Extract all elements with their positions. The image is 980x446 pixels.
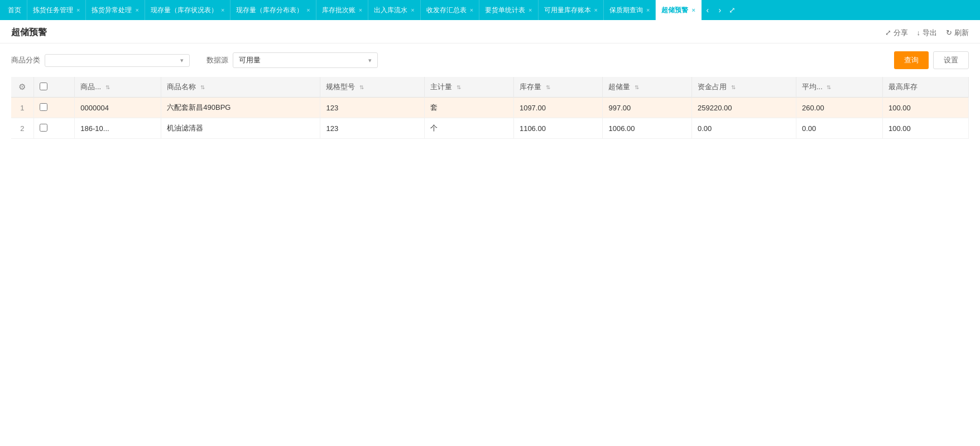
datasource-label: 数据源 — [206, 55, 228, 65]
nav-tab-summary[interactable]: 收发存汇总表 × — [421, 0, 479, 20]
nav-tab-task[interactable]: 拣货任务管理 × — [27, 0, 86, 20]
select-all-checkbox[interactable] — [40, 83, 47, 90]
sort-icon: ⇅ — [200, 84, 205, 90]
th-spec[interactable]: 规格型号 ⇅ — [320, 77, 425, 98]
table-row: 1 0000004 六配套新昌490BPG 123 套 1097.00 997.… — [11, 98, 969, 118]
table-area: ⚙ 商品... ⇅ 商品名称 ⇅ 规格型号 ⇅ — [0, 77, 980, 139]
nav-next-button[interactable]: › — [714, 0, 726, 20]
th-avg[interactable]: 平均... ⇅ — [796, 77, 882, 98]
page-header: 超储预警 ⤢ 分享 ↓ 导出 ↻ 刷新 — [0, 20, 980, 43]
row-num: 2 — [11, 118, 33, 139]
th-settings[interactable]: ⚙ — [11, 77, 33, 98]
query-button[interactable]: 查询 — [894, 51, 929, 69]
row-avg: 0.00 — [796, 118, 882, 139]
sort-icon: ⇅ — [105, 84, 110, 90]
table-body: 1 0000004 六配套新昌490BPG 123 套 1097.00 997.… — [11, 98, 969, 139]
export-icon: ↓ — [917, 28, 921, 37]
refresh-icon: ↻ — [946, 28, 952, 37]
row-product-name: 六配套新昌490BPG — [161, 98, 320, 118]
row-checkbox[interactable] — [33, 118, 75, 139]
datasource-select[interactable]: 可用量 ▾ — [233, 52, 378, 68]
category-label: 商品分类 — [11, 55, 40, 65]
nav-tab-overflow[interactable]: 超储预警 × — [656, 0, 701, 20]
th-stock[interactable]: 库存量 ⇅ — [513, 77, 603, 98]
close-icon[interactable]: × — [135, 7, 138, 13]
sort-icon: ⇅ — [827, 84, 831, 90]
header-actions: ⤢ 分享 ↓ 导出 ↻ 刷新 — [885, 28, 969, 38]
close-icon[interactable]: × — [306, 7, 310, 13]
row-spec: 123 — [320, 118, 425, 139]
nav-tab-stock-status[interactable]: 现存量（库存状况表） × — [145, 0, 230, 20]
th-capital[interactable]: 资金占用 ⇅ — [691, 77, 796, 98]
th-overflow[interactable]: 超储量 ⇅ — [603, 77, 692, 98]
page-content: 超储预警 ⤢ 分享 ↓ 导出 ↻ 刷新 商品分类 ▾ 数据源 — [0, 20, 980, 446]
close-icon[interactable]: × — [76, 7, 80, 13]
row-overflow: 1006.00 — [603, 118, 692, 139]
sort-icon: ⇅ — [731, 84, 736, 90]
setting-button[interactable]: 设置 — [933, 51, 969, 69]
chevron-down-icon: ▾ — [180, 57, 184, 64]
nav-tab-available[interactable]: 可用量库存账本 × — [539, 0, 604, 20]
close-icon[interactable]: × — [691, 7, 695, 13]
nav-tab-stock-dist[interactable]: 现存量（库存分布表） × — [230, 0, 316, 20]
refresh-button[interactable]: ↻ 刷新 — [946, 28, 969, 38]
row-product-name: 机油滤清器 — [161, 118, 320, 139]
row-product-code: 0000004 — [75, 98, 161, 118]
th-product-name[interactable]: 商品名称 ⇅ — [161, 77, 320, 98]
row-checkbox[interactable] — [33, 98, 75, 118]
category-select[interactable]: ▾ — [45, 54, 190, 67]
page-title: 超储预警 — [11, 27, 47, 38]
nav-tab-inout[interactable]: 出入库流水 × — [368, 0, 420, 20]
share-button[interactable]: ⤢ 分享 — [885, 28, 908, 38]
th-max-stock[interactable]: 最高库存 — [882, 77, 968, 98]
export-button[interactable]: ↓ 导出 — [917, 28, 938, 38]
row-stock: 1097.00 — [513, 98, 603, 118]
th-checkbox[interactable] — [33, 77, 75, 98]
chevron-down-icon: ▾ — [368, 57, 372, 64]
row-num: 1 — [11, 98, 33, 118]
close-icon[interactable]: × — [594, 7, 598, 13]
close-icon[interactable]: × — [646, 7, 650, 13]
row-max-stock: 100.00 — [882, 98, 968, 118]
close-icon[interactable]: × — [221, 7, 224, 13]
close-icon[interactable]: × — [411, 7, 414, 13]
row-product-code: 186-10... — [75, 118, 161, 139]
row-spec: 123 — [320, 98, 425, 118]
close-icon[interactable]: × — [470, 7, 473, 13]
share-icon: ⤢ — [885, 28, 891, 37]
row-capital: 0.00 — [691, 118, 796, 139]
close-icon[interactable]: × — [529, 7, 532, 13]
nav-tab-batch[interactable]: 库存批次账 × — [316, 0, 368, 20]
top-nav: 首页 拣货任务管理 × 拣货异常处理 × 现存量（库存状况表） × 现存量（库存… — [0, 0, 980, 20]
nav-tab-order-stats[interactable]: 要货单统计表 × — [479, 0, 538, 20]
row-unit: 个 — [425, 118, 514, 139]
th-product-code[interactable]: 商品... ⇅ — [75, 77, 161, 98]
row-avg: 260.00 — [796, 98, 882, 118]
row-overflow: 997.00 — [603, 98, 692, 118]
filter-actions: 查询 设置 — [894, 51, 969, 69]
sort-icon: ⇅ — [457, 84, 461, 90]
th-unit[interactable]: 主计量 ⇅ — [425, 77, 514, 98]
data-table: ⚙ 商品... ⇅ 商品名称 ⇅ 规格型号 ⇅ — [11, 77, 969, 139]
close-icon[interactable]: × — [359, 7, 362, 13]
row-select-checkbox[interactable] — [40, 103, 47, 111]
datasource-select-value: 可用量 — [239, 55, 261, 65]
table-row: 2 186-10... 机油滤清器 123 个 1106.00 1006.00 … — [11, 118, 969, 139]
row-unit: 套 — [425, 98, 514, 118]
sort-icon: ⇅ — [546, 84, 550, 90]
nav-expand-button[interactable]: ⤢ — [726, 0, 738, 20]
nav-tab-abnormal[interactable]: 拣货异常处理 × — [86, 0, 145, 20]
category-filter-group: 商品分类 ▾ — [11, 54, 190, 67]
gear-icon[interactable]: ⚙ — [18, 82, 26, 91]
row-max-stock: 100.00 — [882, 118, 968, 139]
row-capital: 259220.00 — [691, 98, 796, 118]
sort-icon: ⇅ — [635, 84, 639, 90]
row-select-checkbox[interactable] — [40, 124, 47, 132]
nav-prev-button[interactable]: ‹ — [702, 0, 714, 20]
filter-area: 商品分类 ▾ 数据源 可用量 ▾ 查询 设置 — [0, 43, 980, 77]
nav-tab-quality[interactable]: 保质期查询 × — [604, 0, 656, 20]
nav-tab-home[interactable]: 首页 — [2, 0, 27, 20]
sort-icon: ⇅ — [359, 84, 364, 90]
row-stock: 1106.00 — [513, 118, 603, 139]
table-header-row: ⚙ 商品... ⇅ 商品名称 ⇅ 规格型号 ⇅ — [11, 77, 969, 98]
